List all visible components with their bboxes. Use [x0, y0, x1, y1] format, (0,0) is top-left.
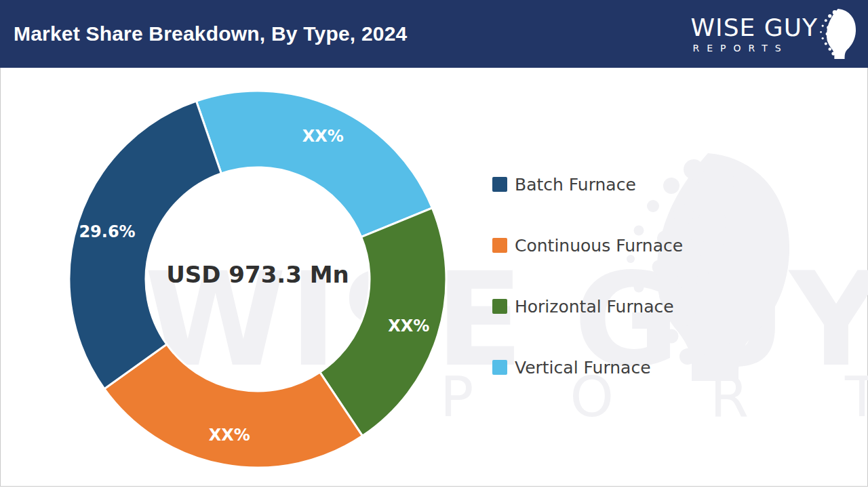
legend-item-batch-furnace: Batch Furnace — [492, 154, 683, 215]
brand-logo: WISE GUY REPORTS — [691, 9, 859, 59]
legend-label: Vertical Furnace — [515, 358, 651, 378]
segment-value-label: 29.6% — [79, 222, 135, 241]
legend-swatch-vertical-furnace — [492, 360, 507, 375]
legend-swatch-continuous-furnace — [492, 238, 507, 253]
legend-item-vertical-furnace: Vertical Furnace — [492, 337, 683, 398]
legend-label: Horizontal Furnace — [515, 297, 674, 317]
donut-segment-continuous-furnace — [104, 344, 363, 468]
legend-label: Batch Furnace — [515, 175, 636, 195]
legend-item-horizontal-furnace: Horizontal Furnace — [492, 276, 683, 337]
chart-legend: Batch Furnace Continuous Furnace Horizon… — [492, 154, 683, 398]
brand-subname: REPORTS — [693, 43, 818, 53]
segment-value-label: XX% — [209, 426, 250, 445]
brand-logo-text: WISE GUY REPORTS — [691, 16, 818, 53]
brand-head-icon — [814, 9, 859, 59]
segment-value-label: XX% — [302, 127, 344, 146]
legend-item-continuous-furnace: Continuous Furnace — [492, 215, 683, 276]
report-page: Market Share Breakdown, By Type, 2024 WI… — [0, 0, 868, 488]
legend-label: Continuous Furnace — [515, 236, 683, 256]
page-title: Market Share Breakdown, By Type, 2024 — [14, 22, 407, 45]
segment-value-label: XX% — [388, 317, 429, 336]
donut-segment-batch-furnace — [69, 101, 221, 389]
legend-swatch-horizontal-furnace — [492, 299, 507, 314]
brand-name: WISE GUY — [691, 16, 818, 40]
header-bar: Market Share Breakdown, By Type, 2024 WI… — [0, 0, 868, 68]
chart-center-value: USD 973.3 Mn — [122, 261, 393, 288]
legend-swatch-batch-furnace — [492, 177, 507, 192]
donut-segment-vertical-furnace — [196, 91, 432, 237]
